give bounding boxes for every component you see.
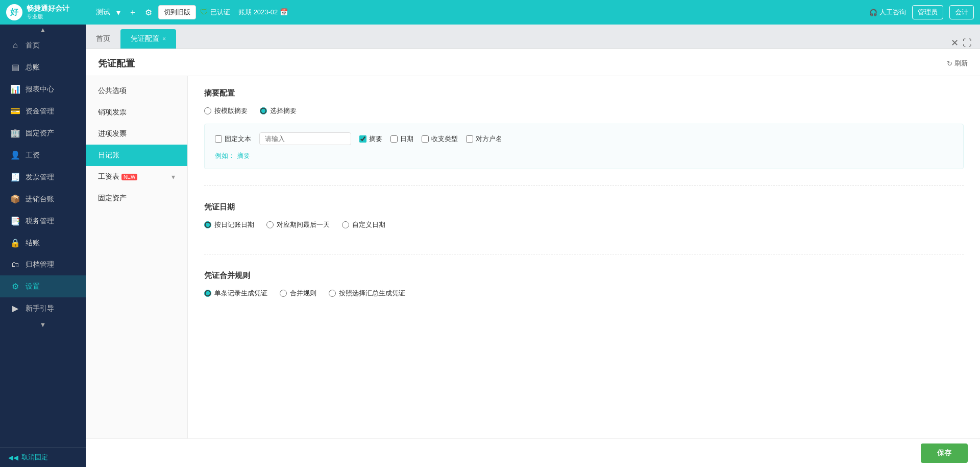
section-merge: 凭证合并规则 单条记录生成凭证 合并规则	[204, 271, 964, 322]
sidebar-label-ledger: 总账	[26, 63, 40, 72]
period-info: 账期 2023-02 📅	[238, 8, 288, 17]
sidebar-item-ledger[interactable]: ▤ 总账	[0, 56, 86, 78]
section-summary: 摘要配置 按模版摘要 选择摘要	[204, 88, 964, 186]
period-last-radio[interactable]	[266, 221, 274, 228]
single-radio[interactable]	[204, 290, 211, 297]
summary-template-label: 按模版摘要	[214, 106, 248, 115]
unpin-btn[interactable]: ◀◀ 取消固定	[0, 447, 86, 467]
sidebar-item-guide[interactable]: ▶ 新手引导	[0, 297, 86, 319]
unpin-icon: ◀◀	[8, 454, 18, 461]
single-option[interactable]: 单条记录生成凭证	[204, 289, 267, 298]
sidebar-item-close[interactable]: 🔒 结账	[0, 232, 86, 254]
merge-rules-radio[interactable]	[280, 290, 287, 297]
sidebar-item-invoice[interactable]: 🧾 发票管理	[0, 166, 86, 188]
summary-radio-group: 按模版摘要 选择摘要	[204, 106, 964, 115]
merge-rules-option[interactable]: 合并规则	[280, 289, 316, 298]
summary-checkbox[interactable]	[359, 135, 366, 143]
summary-template-radio[interactable]	[204, 107, 211, 114]
date-radio-group: 按日记账日期 对应期间最后一天 自定义日期	[204, 220, 964, 229]
custom-date-label: 自定义日期	[352, 220, 385, 229]
sidebar-item-archive[interactable]: 🗂 归档管理	[0, 254, 86, 275]
left-nav-journal[interactable]: 日记账	[86, 145, 187, 166]
sidebar-item-settings[interactable]: ⚙ 设置	[0, 275, 86, 297]
home-icon: ⌂	[10, 41, 20, 50]
left-nav-public[interactable]: 公共选项	[86, 80, 187, 102]
summary-select-radio[interactable]	[260, 107, 267, 114]
left-nav-purchase[interactable]: 进项发票	[86, 123, 187, 145]
fixed-text-checkbox[interactable]	[215, 135, 222, 143]
accountant-btn[interactable]: 会计	[949, 5, 974, 19]
tab-voucher-config[interactable]: 凭证配置 ×	[120, 29, 176, 49]
fixed-text-checkbox-label[interactable]: 固定文本	[215, 134, 251, 144]
sidebar-item-tax[interactable]: 📑 税务管理	[0, 210, 86, 232]
summary-checkbox-label[interactable]: 摘要	[359, 134, 382, 144]
journal-date-option[interactable]: 按日记账日期	[204, 220, 254, 229]
custom-date-radio[interactable]	[342, 221, 349, 228]
sidebar-item-home[interactable]: ⌂ 首页	[0, 35, 86, 56]
right-panel: 摘要配置 按模版摘要 选择摘要	[188, 76, 980, 438]
fullscreen-btn[interactable]: ⛶	[963, 38, 972, 49]
counterparty-checkbox[interactable]	[466, 135, 473, 143]
fixed-text-input[interactable]	[259, 132, 351, 145]
sidebar-item-funds[interactable]: 💳 资金管理	[0, 100, 86, 122]
sidebar-scroll-up[interactable]: ▲	[0, 25, 86, 35]
certified-badge: 🛡 已认证	[200, 8, 230, 17]
select-summary-radio[interactable]	[329, 290, 336, 297]
user-btn[interactable]: 管理员	[912, 5, 943, 19]
expand-icon: ▾	[172, 173, 175, 181]
period-last-label: 对应期间最后一天	[277, 220, 330, 229]
custom-date-option[interactable]: 自定义日期	[342, 220, 385, 229]
select-summary-option[interactable]: 按照选择汇总生成凭证	[329, 289, 405, 298]
sidebar-label-purchase-sales: 进销台账	[26, 195, 54, 204]
journal-date-radio[interactable]	[204, 221, 211, 228]
refresh-btn[interactable]: ↻ 刷新	[947, 59, 968, 68]
tab-bar: 首页 凭证配置 × ✕ ⛶	[86, 25, 980, 49]
sidebar-item-reports[interactable]: 📊 报表中心	[0, 78, 86, 100]
sidebar-item-fixed-assets[interactable]: 🏢 固定资产	[0, 122, 86, 144]
counterparty-checkbox-label[interactable]: 对方户名	[466, 134, 502, 144]
period-last-option[interactable]: 对应期间最后一天	[266, 220, 330, 229]
company-name: 测试	[96, 8, 110, 17]
sidebar-scroll-down[interactable]: ▼	[0, 319, 86, 330]
left-nav-sales[interactable]: 销项发票	[86, 102, 187, 123]
date-checkbox[interactable]	[390, 135, 398, 143]
left-nav-fixed-assets[interactable]: 固定资产	[86, 188, 187, 209]
logo-area: 好 畅捷通好会计 专业版	[6, 4, 92, 20]
left-nav-salary[interactable]: 工资表 NEW ▾	[86, 166, 187, 188]
sidebar-label-home: 首页	[26, 41, 40, 50]
income-type-checkbox[interactable]	[422, 135, 429, 143]
page-content: 凭证配置 ↻ 刷新 公共选项 销项发票 进项发票	[86, 49, 980, 467]
select-summary-label: 按照选择汇总生成凭证	[339, 289, 405, 298]
certified-text: 已认证	[210, 8, 230, 17]
add-btn[interactable]: ＋	[127, 5, 139, 20]
summary-template-option[interactable]: 按模版摘要	[204, 106, 248, 115]
help-btn[interactable]: 🎧 人工咨询	[869, 8, 906, 17]
fixed-assets-icon: 🏢	[10, 128, 20, 138]
date-checkbox-label[interactable]: 日期	[390, 134, 413, 144]
refresh-icon: ↻	[947, 60, 952, 67]
left-nav: 公共选项 销项发票 进项发票 日记账 工资表 NEW ▾	[86, 76, 188, 438]
sidebar-label-settings: 设置	[26, 282, 40, 291]
headphone-icon: 🎧	[869, 9, 877, 16]
switch-version-btn[interactable]: 切到旧版	[158, 5, 196, 19]
date-title: 凭证日期	[204, 202, 964, 212]
company-dropdown-btn[interactable]: ▾	[114, 6, 122, 19]
save-btn[interactable]: 保存	[921, 443, 968, 463]
income-type-checkbox-label[interactable]: 收支类型	[422, 134, 458, 144]
tab-close-icon[interactable]: ×	[162, 35, 166, 42]
purchase-sales-icon: 📦	[10, 194, 20, 204]
sidebar-item-salary[interactable]: 👤 工资	[0, 144, 86, 166]
summary-select-option[interactable]: 选择摘要	[260, 106, 297, 115]
merge-title: 凭证合并规则	[204, 271, 964, 281]
tab-home[interactable]: 首页	[86, 29, 120, 49]
page-header: 凭证配置 ↻ 刷新	[86, 49, 980, 76]
example-text: 例如： 摘要	[215, 151, 953, 160]
two-col: 公共选项 销项发票 进项发票 日记账 工资表 NEW ▾	[86, 76, 980, 438]
content-area: 首页 凭证配置 × ✕ ⛶ 凭证配置 ↻ 刷新	[86, 25, 980, 467]
sidebar-label-guide: 新手引导	[26, 304, 54, 313]
counterparty-checkbox-text: 对方户名	[476, 134, 502, 144]
settings-btn[interactable]: ⚙	[143, 6, 154, 19]
funds-icon: 💳	[10, 106, 20, 116]
close-panel-btn[interactable]: ✕	[951, 37, 959, 49]
sidebar-item-purchase-sales[interactable]: 📦 进销台账	[0, 188, 86, 210]
